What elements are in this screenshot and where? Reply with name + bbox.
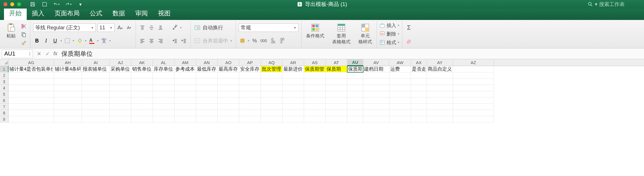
align-top-button[interactable] [139, 24, 146, 31]
maximize-window-button[interactable] [17, 2, 21, 6]
fill-color-button[interactable] [76, 37, 83, 44]
cell[interactable] [427, 97, 453, 104]
cell[interactable] [54, 79, 82, 85]
column-header[interactable]: AI [82, 59, 110, 66]
cell[interactable] [110, 104, 131, 110]
cell[interactable]: 参考成本 [174, 66, 196, 72]
italic-button[interactable]: I [42, 37, 50, 44]
cell[interactable] [82, 85, 110, 91]
cell[interactable] [411, 72, 427, 79]
column-header[interactable]: AG [9, 59, 54, 66]
cell[interactable] [347, 79, 363, 85]
tab-公式[interactable]: 公式 [85, 7, 107, 20]
cell[interactable] [174, 116, 196, 122]
cell[interactable] [363, 85, 389, 91]
name-box[interactable]: AU1 ▴▾ [2, 50, 33, 58]
cell[interactable] [427, 72, 453, 79]
cell[interactable] [347, 110, 363, 116]
cell[interactable] [389, 110, 411, 116]
row-header[interactable]: 7 [0, 104, 9, 110]
cell[interactable] [9, 91, 54, 97]
cell[interactable] [239, 110, 261, 116]
bold-button[interactable]: B [33, 37, 41, 44]
cell[interactable] [153, 85, 174, 91]
tab-审阅[interactable]: 审阅 [130, 7, 153, 20]
cell[interactable] [153, 104, 174, 110]
cell[interactable] [411, 116, 427, 122]
cell[interactable] [9, 110, 54, 116]
cell[interactable] [82, 72, 110, 79]
row-header[interactable]: 8 [0, 110, 9, 116]
cell[interactable] [347, 85, 363, 91]
cell[interactable] [54, 72, 82, 79]
select-all-corner[interactable] [0, 59, 9, 66]
cell[interactable] [239, 97, 261, 104]
cell[interactable] [347, 72, 363, 79]
cell[interactable] [82, 79, 110, 85]
cell[interactable] [282, 116, 304, 122]
align-bottom-button[interactable] [157, 24, 164, 31]
cell[interactable] [54, 97, 82, 104]
cell[interactable] [131, 85, 153, 91]
column-header[interactable]: AL [153, 59, 174, 66]
column-header[interactable]: AK [131, 59, 153, 66]
cell[interactable]: 销售单位 [131, 66, 153, 72]
cell[interactable] [218, 79, 239, 85]
cell[interactable] [261, 97, 282, 104]
column-header[interactable]: AJ [110, 59, 131, 66]
cell[interactable] [363, 104, 389, 110]
clear-button[interactable] [405, 37, 413, 44]
cell[interactable] [326, 72, 347, 79]
undo-button[interactable]: ▾ [53, 1, 60, 7]
cell[interactable] [282, 110, 304, 116]
cell[interactable]: 是否走冻链 [411, 66, 427, 72]
insert-cells-button[interactable]: 插入 [387, 22, 396, 29]
cell[interactable] [131, 104, 153, 110]
cell[interactable]: 保质期 [326, 66, 347, 72]
tab-数据[interactable]: 数据 [107, 7, 130, 20]
cell[interactable] [304, 72, 326, 79]
cell[interactable] [326, 116, 347, 122]
cell[interactable] [363, 79, 389, 85]
search-input[interactable] [599, 1, 639, 7]
cell[interactable] [54, 110, 82, 116]
cell[interactable] [363, 91, 389, 97]
cell[interactable] [110, 72, 131, 79]
cell[interactable] [239, 79, 261, 85]
decrease-indent-button[interactable] [171, 37, 178, 44]
cell[interactable] [389, 97, 411, 104]
cell[interactable] [304, 104, 326, 110]
cell[interactable] [363, 110, 389, 116]
cell[interactable] [304, 91, 326, 97]
cell[interactable] [9, 97, 54, 104]
column-header[interactable]: AW [389, 59, 411, 66]
cell[interactable] [9, 72, 54, 79]
column-header[interactable]: AV [363, 59, 389, 66]
cell[interactable] [411, 91, 427, 97]
row-header[interactable]: 4 [0, 85, 9, 91]
cell[interactable] [304, 85, 326, 91]
cell[interactable]: 最低库存 [196, 66, 218, 72]
cell[interactable] [389, 85, 411, 91]
column-header[interactable]: AO [218, 59, 239, 66]
align-right-button[interactable] [157, 37, 164, 44]
cell[interactable] [261, 104, 282, 110]
cell[interactable] [153, 72, 174, 79]
cell[interactable] [174, 110, 196, 116]
cell[interactable] [196, 97, 218, 104]
cell[interactable] [82, 97, 110, 104]
column-header[interactable]: AN [196, 59, 218, 66]
cell[interactable] [261, 116, 282, 122]
decrease-decimal-button[interactable]: .00.0 [278, 37, 286, 44]
cell[interactable] [82, 104, 110, 110]
cell[interactable] [131, 97, 153, 104]
column-header[interactable]: AP [239, 59, 261, 66]
formula-input[interactable] [59, 50, 644, 58]
cell[interactable] [110, 79, 131, 85]
cell[interactable] [389, 104, 411, 110]
tab-视图[interactable]: 视图 [153, 7, 176, 20]
cell[interactable] [282, 72, 304, 79]
cell[interactable] [174, 85, 196, 91]
cell[interactable] [218, 110, 239, 116]
cell[interactable] [427, 110, 453, 116]
